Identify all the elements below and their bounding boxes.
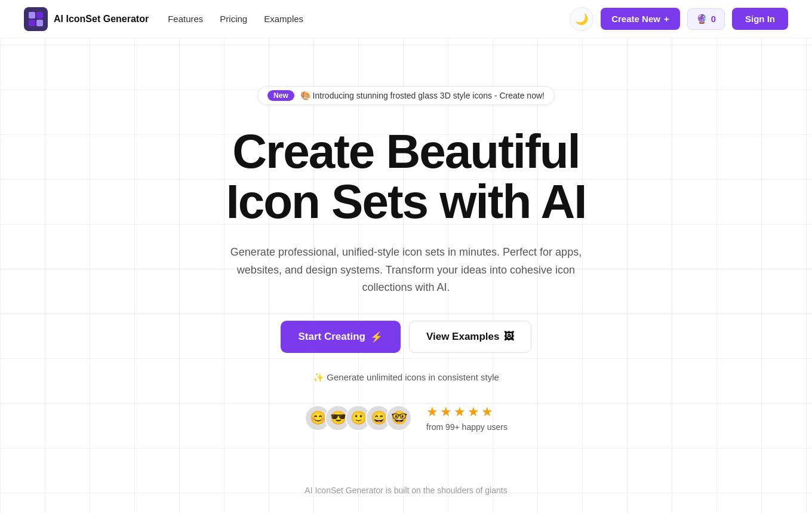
logo-text: AI IconSet Generator (54, 14, 149, 24)
logo-icon (24, 7, 48, 31)
logo-link[interactable]: AI IconSet Generator (24, 7, 149, 31)
create-new-label: Create New (611, 14, 660, 24)
view-examples-button[interactable]: View Examples 🖼 (409, 321, 532, 353)
announcement-text: 🎨 Introducing stunning frosted glass 3D … (300, 91, 545, 100)
star-5: ★ (481, 404, 493, 420)
star-rating: ★ ★ ★ ★ ★ (426, 404, 493, 420)
svg-rect-2 (36, 12, 43, 19)
avatar-5: 🤓 (386, 405, 412, 431)
start-creating-label: Start Creating (299, 331, 365, 343)
svg-rect-4 (36, 20, 43, 26)
sign-in-button[interactable]: Sign In (732, 8, 788, 30)
rating-area: ★ ★ ★ ★ ★ from 99+ happy users (426, 404, 508, 432)
hero-title: Create Beautiful Icon Sets with AI (226, 127, 586, 227)
footer-teaser-text: AI IconSet Generator is built on the sho… (304, 486, 507, 495)
start-creating-button[interactable]: Start Creating ⚡ (281, 321, 401, 353)
credits-button[interactable]: 🔮 0 (687, 8, 725, 30)
footer-teaser: AI IconSet Generator is built on the sho… (0, 474, 812, 507)
rating-text: from 99+ happy users (426, 422, 508, 432)
credits-icon: 🔮 (696, 14, 708, 24)
moon-icon: 🌙 (575, 13, 588, 26)
nav-pricing[interactable]: Pricing (220, 14, 247, 24)
gallery-icon: 🖼 (504, 331, 514, 343)
social-proof: 😊 😎 🙂 😄 🤓 ★ ★ ★ ★ ★ from 99+ happy users (304, 404, 508, 432)
sparkle-text: ✨ Generate unlimited icons in consistent… (313, 372, 499, 383)
view-examples-label: View Examples (426, 331, 500, 343)
nav-examples[interactable]: Examples (264, 14, 303, 24)
nav-right: 🌙 Create New + 🔮 0 Sign In (570, 7, 788, 31)
user-avatars: 😊 😎 🙂 😄 🤓 (304, 405, 412, 431)
hero-subtitle: Generate professional, unified-style ico… (221, 244, 591, 297)
nav-links: Features Pricing Examples (168, 14, 303, 24)
nav-features[interactable]: Features (168, 14, 203, 24)
star-2: ★ (440, 404, 452, 420)
sign-in-label: Sign In (745, 14, 775, 24)
plus-icon: + (664, 14, 669, 24)
hero-title-line2: Icon Sets with AI (226, 175, 586, 228)
credits-count: 0 (711, 14, 716, 24)
navbar: AI IconSet Generator Features Pricing Ex… (0, 0, 812, 38)
nav-left: AI IconSet Generator Features Pricing Ex… (24, 7, 303, 31)
hero-buttons: Start Creating ⚡ View Examples 🖼 (281, 321, 532, 353)
star-3: ★ (454, 404, 466, 420)
create-new-button[interactable]: Create New + (601, 8, 679, 30)
star-1: ★ (426, 404, 438, 420)
hero-section: New 🎨 Introducing stunning frosted glass… (0, 38, 812, 468)
svg-rect-1 (29, 12, 35, 19)
svg-rect-3 (29, 20, 35, 26)
announcement-banner: New 🎨 Introducing stunning frosted glass… (257, 86, 555, 105)
hero-title-line1: Create Beautiful (232, 125, 579, 178)
bolt-icon: ⚡ (370, 331, 383, 343)
new-badge: New (267, 90, 294, 101)
dark-mode-button[interactable]: 🌙 (570, 7, 593, 31)
star-4: ★ (467, 404, 479, 420)
